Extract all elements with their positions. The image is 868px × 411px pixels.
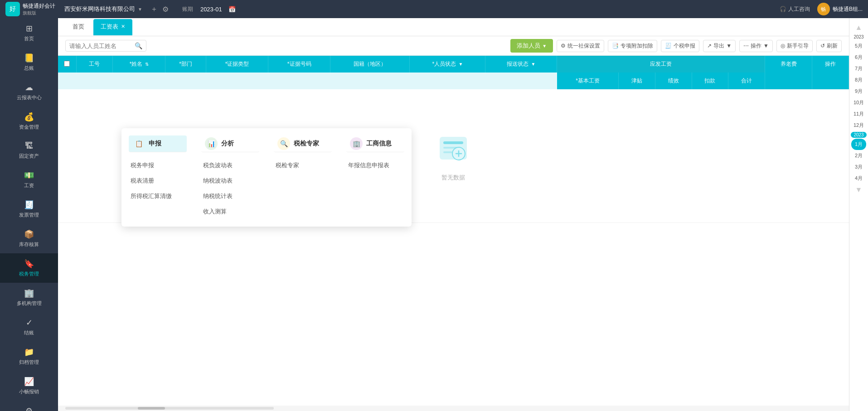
timeline-month-5月[interactable]: 5月 — [849, 40, 868, 52]
th-pension: 养老费 — [765, 56, 812, 73]
user-info[interactable]: 畅 畅捷通B组... — [817, 3, 863, 15]
operations-button[interactable]: ⋯ 操作 ▼ — [739, 40, 773, 52]
th-basic-wage: *基本工资 — [557, 73, 619, 89]
special-deduction-button[interactable]: 📑 专项附加扣除 — [608, 40, 657, 52]
add-company-icon[interactable]: ＋ — [150, 5, 158, 14]
timeline-month-2月[interactable]: 2月 — [849, 150, 868, 161]
dropdown-col-shuijian: 🔍 税检专家 税检专家 — [267, 128, 339, 227]
timeline-month-3月[interactable]: 3月 — [849, 161, 868, 173]
dropdown-item-税负波动表[interactable]: 税负波动表 — [201, 158, 259, 173]
timeline-month-11月[interactable]: 11月 — [849, 108, 868, 120]
col-title-fenxi: 分析 — [221, 140, 234, 148]
social-security-button[interactable]: ⚙ 统一社保设置 — [557, 40, 604, 52]
personal-tax-button[interactable]: 🧾 个税申报 — [661, 40, 699, 52]
dropdown-item-纳税统计表[interactable]: 纳税统计表 — [201, 189, 259, 204]
sidebar-label-invoice: 发票管理 — [19, 212, 39, 218]
sidebar-item-mini_report[interactable]: 📈 小畅报销 — [0, 371, 58, 401]
service-button[interactable]: 🎧 人工咨询 — [780, 5, 810, 13]
sidebar-item-fixed_assets[interactable]: 🏗 固定资产 — [0, 136, 58, 165]
sidebar-item-salary[interactable]: 💵 工资 — [0, 165, 58, 194]
inventory-icon: 📦 — [24, 229, 34, 239]
timeline-month-1月[interactable]: 1月 — [851, 139, 866, 150]
sidebar-item-cloud_report[interactable]: ☁ 云报表中心 — [0, 77, 58, 106]
col-icon-gongshang: 🏢 — [350, 137, 363, 150]
col-icon-fenxi: 📊 — [205, 137, 218, 150]
tab-salary[interactable]: 工资表 ✕ — [93, 19, 132, 35]
sidebar-label-fund: 资金管理 — [19, 124, 39, 131]
timeline-down-icon[interactable]: ▼ — [853, 184, 864, 196]
timeline-month-6月[interactable]: 6月 — [849, 52, 868, 63]
dropdown-col-header-shuijian: 🔍 税检专家 — [274, 135, 332, 152]
company-selector[interactable]: 西安虾米网络科技有限公司 ▼ — [64, 5, 142, 13]
tab-home[interactable]: 首页 — [65, 19, 92, 35]
tax-icon: 🔖 — [24, 259, 34, 269]
main-layout: ⊞ 首页 📒 总账 ☁ 云报表中心 💰 资金管理 🏗 固定资产 💵 工资 🧾 发… — [0, 18, 868, 411]
sidebar-item-home[interactable]: ⊞ 首页 — [0, 18, 58, 48]
sidebar-item-checkout[interactable]: ✓ 结账 — [0, 312, 58, 342]
checkbox-header[interactable] — [58, 56, 76, 73]
home-icon: ⊞ — [26, 24, 33, 34]
sidebar-item-tax[interactable]: 🔖 税务管理 — [0, 253, 58, 283]
col-icon-shuijian: 🔍 — [277, 137, 290, 150]
sidebar-item-multi_org[interactable]: 🏢 多机构管理 — [0, 283, 58, 312]
logo-text: 畅捷通好会计 旗舰版 — [23, 2, 55, 16]
guide-button[interactable]: ◎ 新手引导 — [776, 40, 813, 52]
search-icon: 🔍 — [135, 42, 142, 49]
mini_report-icon: 📈 — [24, 377, 34, 387]
search-input[interactable] — [69, 43, 133, 49]
dropdown-col-gongshang: 🏢 工商信息 年报信息申报表 — [339, 128, 412, 227]
th-performance: 绩效 — [655, 73, 692, 89]
sidebar-label-salary: 工资 — [24, 182, 34, 189]
timeline-month-4月[interactable]: 4月 — [849, 173, 868, 184]
timeline-up-icon[interactable]: ▲ — [853, 22, 864, 34]
sidebar-item-settings[interactable]: ⚙ 基础设置 — [0, 401, 58, 411]
sidebar-item-archive[interactable]: 📁 归档管理 — [0, 342, 58, 371]
sidebar-item-invoice[interactable]: 🧾 发票管理 — [0, 194, 58, 224]
period-calendar-icon[interactable]: 📅 — [228, 6, 236, 13]
th-id-num: *证据号码 — [268, 56, 330, 73]
sidebar-item-ledger[interactable]: 📒 总账 — [0, 48, 58, 77]
timeline-month-8月[interactable]: 8月 — [849, 74, 868, 86]
export-button[interactable]: ↗ 导出 ▼ — [703, 40, 736, 52]
operations-dropdown-icon: ▼ — [763, 43, 769, 49]
toolbar: 🔍 添加人员 ▼ ⚙ 统一社保设置 📑 专项附加扣除 🧾 个税申报 ↗ 导出 — [58, 36, 849, 56]
dropdown-item-收入测算[interactable]: 收入测算 — [201, 204, 259, 219]
dropdown-item-税表清册[interactable]: 税表清册 — [129, 173, 187, 189]
dropdown-item-所得税汇算清缴[interactable]: 所得税汇算清缴 — [129, 189, 187, 204]
tax-icon: 🧾 — [665, 43, 672, 49]
content-area: 首页 工资表 ✕ 🔍 添加人员 ▼ ⚙ 统一社保设置 📑 — [58, 18, 849, 411]
sidebar-label-checkout: 结账 — [24, 329, 34, 336]
timeline-month-7月[interactable]: 7月 — [849, 63, 868, 74]
dropdown-grid: 📋 申报 税务申报税表清册所得税汇算清缴 📊 分析 税负波动表纳税波动表纳税统计… — [121, 128, 412, 227]
th-id-type: *证据类型 — [206, 56, 268, 73]
dropdown-item-税检专家[interactable]: 税检专家 — [274, 158, 332, 173]
add-person-button[interactable]: 添加人员 ▼ — [510, 39, 553, 53]
sidebar-label-archive: 归档管理 — [19, 359, 39, 366]
sidebar-label-home: 首页 — [24, 35, 34, 42]
dropdown-item-纳税波动表[interactable]: 纳税波动表 — [201, 173, 259, 189]
select-all-checkbox[interactable] — [64, 61, 70, 67]
timeline-month-9月[interactable]: 9月 — [849, 86, 868, 97]
settings-icon[interactable]: ⚙ — [162, 5, 169, 14]
tab-close-icon[interactable]: ✕ — [121, 24, 125, 29]
dropdown-item-年报信息申报表[interactable]: 年报信息申报表 — [346, 158, 404, 173]
sidebar-item-fund[interactable]: 💰 资金管理 — [0, 106, 58, 136]
timeline-month-12月[interactable]: 12月 — [849, 120, 868, 131]
th-sub-spacer — [58, 73, 557, 89]
logo: 好 畅捷通好会计 旗舰版 — [5, 2, 60, 16]
timeline-year-2023-current: 2023 — [851, 132, 866, 138]
th-subsidy: 津贴 — [619, 73, 655, 89]
sidebar-label-ledger: 总账 — [24, 65, 34, 72]
search-wrap: 🔍 — [65, 40, 146, 52]
top-bar-right: 🎧 人工咨询 畅 畅捷通B组... — [780, 3, 863, 15]
bottom-scroll[interactable] — [58, 406, 849, 411]
timeline-month-10月[interactable]: 10月 — [849, 97, 868, 108]
checkout-icon: ✓ — [26, 318, 33, 328]
th-report-status: 报送状态 ▼ — [485, 56, 557, 73]
dropdown-item-税务申报[interactable]: 税务申报 — [129, 158, 187, 173]
col-icon-shenb: 📋 — [132, 137, 145, 150]
social-icon: ⚙ — [561, 43, 566, 49]
refresh-button[interactable]: ↺ 刷新 — [816, 40, 842, 52]
sidebar-item-inventory[interactable]: 📦 库存核算 — [0, 224, 58, 253]
fund-icon: 💰 — [24, 112, 34, 122]
